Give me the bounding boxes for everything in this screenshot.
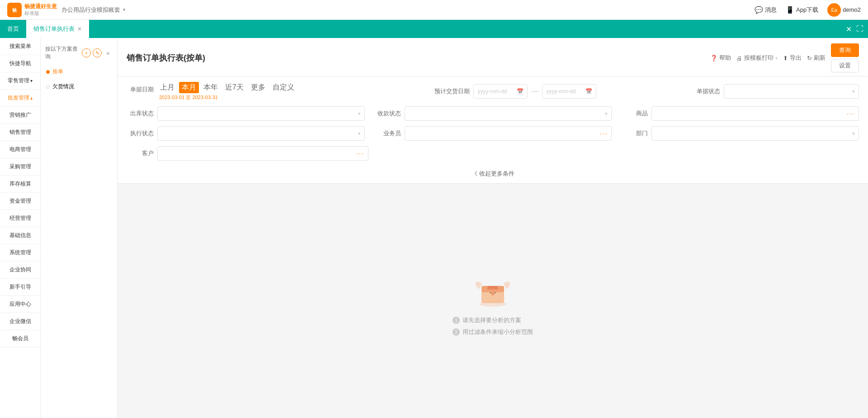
chevron-up-icon: ▴: [30, 95, 33, 100]
sidebar-item-app-center[interactable]: 应用中心: [0, 296, 40, 313]
forecast-date-label: 预计交货日期: [434, 87, 470, 95]
date-tab-this-year[interactable]: 本年: [201, 82, 221, 93]
exec-status-select[interactable]: ▾: [157, 126, 365, 141]
customer-dots-icon: ···: [356, 150, 364, 157]
tab-home[interactable]: 首页: [0, 20, 26, 38]
left-panel-icons: + ✎ «: [82, 48, 113, 57]
refresh-button[interactable]: ↻ 刷新: [807, 54, 826, 62]
tab-expand-icon[interactable]: ⛶: [856, 25, 863, 33]
date-tab-more[interactable]: 更多: [248, 82, 268, 93]
customer-picker[interactable]: ···: [157, 146, 368, 161]
stock-status-select[interactable]: ▾: [157, 106, 365, 121]
query-button[interactable]: 查询: [831, 43, 859, 57]
main-layout: 搜索菜单 快捷导航 零售管理 ▾ 批发管理 ▴ 营销推广 销售管理 电商管理 采…: [0, 38, 868, 418]
help-button[interactable]: ❓ 帮助: [710, 54, 731, 62]
tab-close-all-icon[interactable]: ✕: [846, 25, 852, 33]
forecast-date-end-input[interactable]: yyyy-mm-dd 📅: [542, 84, 596, 99]
export-label: 导出: [790, 54, 802, 62]
tab-bar: 首页 销售订单执行表 ✕ ✕ ⛶: [0, 20, 868, 38]
sidebar-member-label: 畅会员: [12, 335, 28, 342]
message-button[interactable]: 💬 消息: [755, 6, 777, 14]
add-scheme-button[interactable]: +: [82, 48, 91, 57]
sidebar: 搜索菜单 快捷导航 零售管理 ▾ 批发管理 ▴ 营销推广 销售管理 电商管理 采…: [0, 38, 41, 418]
sidebar-item-quick-nav[interactable]: 快捷导航: [0, 55, 40, 72]
sidebar-item-purchase[interactable]: 采购管理: [0, 158, 40, 176]
sidebar-base-info-label: 基础信息: [9, 232, 31, 238]
sidebar-item-cooperation[interactable]: 企业协同: [0, 261, 40, 279]
date-tab-last-month[interactable]: 上月: [157, 82, 177, 93]
edit-scheme-button[interactable]: ✎: [93, 48, 102, 57]
print-button[interactable]: 🖨 按模板打印 ▾: [736, 54, 778, 62]
header-right: 💬 消息 📱 App下载 Ea demo2: [755, 3, 861, 17]
refresh-icon: ↻: [807, 55, 812, 62]
main-panel: 销售订单执行表(按单) ❓ 帮助 🖨 按模板打印 ▾ ⬆ 导出: [118, 38, 868, 418]
sidebar-item-sales[interactable]: 销售管理: [0, 124, 40, 141]
dept-chevron-icon: ▾: [852, 131, 855, 137]
sidebar-item-operations[interactable]: 经营管理: [0, 210, 40, 227]
sidebar-retail-label: 零售管理: [8, 77, 29, 85]
sidebar-sales-label: 销售管理: [9, 129, 31, 135]
collapse-filter-button[interactable]: 《 收起更多条件: [127, 166, 859, 178]
sidebar-item-finance[interactable]: 资金管理: [0, 193, 40, 210]
app-download-button[interactable]: 📱 App下载: [786, 6, 818, 14]
salesperson-picker[interactable]: ···: [405, 126, 612, 141]
empty-state: 1 请先选择要分析的方案 2 用过滤条件来缩小分析范围: [118, 184, 868, 418]
scheme-item-order[interactable]: 按单: [41, 64, 117, 79]
sidebar-item-wholesale[interactable]: 批发管理 ▴: [0, 90, 40, 107]
sidebar-system-label: 系统管理: [9, 249, 31, 256]
calendar-start-icon: 📅: [517, 88, 524, 95]
sidebar-item-system[interactable]: 系统管理: [0, 244, 40, 261]
logo-text-line1: 畅捷通好生意: [24, 3, 57, 10]
export-button[interactable]: ⬆ 导出: [783, 54, 802, 62]
date-tab-7days[interactable]: 近7天: [222, 82, 246, 93]
date-tab-custom[interactable]: 自定义: [270, 82, 297, 93]
empty-illustration: [470, 266, 515, 311]
sidebar-item-search[interactable]: 搜索菜单: [0, 38, 40, 55]
sidebar-item-guide[interactable]: 新手引导: [0, 279, 40, 296]
sidebar-item-retail[interactable]: 零售管理 ▾: [0, 72, 40, 90]
user-menu[interactable]: Ea demo2: [827, 3, 861, 17]
date-range-display: 2023-03-01 至 2023-03-31: [157, 94, 297, 101]
scheme-item-shortage[interactable]: 欠货情况: [41, 79, 117, 94]
svg-point-7: [490, 292, 491, 294]
payment-status-label: 收款状态: [374, 109, 401, 118]
page-title: 销售订单执行表(按单): [127, 52, 205, 63]
filter-row-2: 出库状态 ▾ 收款状态 ▾ 商品: [127, 106, 859, 121]
sidebar-inventory-label: 库存核算: [9, 180, 31, 187]
sidebar-item-ecommerce[interactable]: 电商管理: [0, 141, 40, 158]
print-label: 按模板打印: [744, 54, 774, 62]
status-select[interactable]: ▾: [724, 84, 859, 99]
exec-status-label: 执行状态: [127, 129, 154, 138]
payment-status-select[interactable]: ▾: [405, 106, 612, 121]
tab-sales-order[interactable]: 销售订单执行表 ✕: [26, 20, 89, 38]
filter-product: 商品 ···: [621, 106, 859, 121]
forecast-date-start-input[interactable]: yyyy-mm-dd 📅: [473, 84, 528, 99]
collapse-up-icon: 《: [472, 170, 477, 178]
setting-button[interactable]: 设置: [831, 59, 859, 72]
collapse-label: 收起更多条件: [479, 170, 514, 178]
filter-exec-status: 执行状态 ▾: [127, 126, 365, 141]
tab-close-icon[interactable]: ✕: [77, 26, 82, 32]
dept-select[interactable]: ▾: [651, 126, 859, 141]
sidebar-item-member[interactable]: 畅会员: [0, 330, 40, 347]
sidebar-item-wechat[interactable]: 企业微信: [0, 313, 40, 330]
sidebar-item-inventory[interactable]: 库存核算: [0, 176, 40, 193]
left-panel-title: 按以下方案查询: [45, 45, 82, 61]
tip-num-1: 1: [453, 317, 460, 324]
breadcrumb[interactable]: 办公用品行业模拟账套 ▾: [61, 6, 126, 14]
sidebar-item-marketing[interactable]: 营销推广: [0, 107, 40, 124]
sidebar-quick-nav-label: 快捷导航: [9, 60, 31, 66]
sidebar-item-base-info[interactable]: 基础信息: [0, 227, 40, 244]
user-name: demo2: [843, 6, 861, 13]
stock-status-label: 出库状态: [127, 109, 154, 118]
collapse-panel-button[interactable]: «: [104, 48, 113, 57]
date-tab-this-month[interactable]: 本月: [179, 82, 199, 93]
filter-row-1: 单据日期 上月 本月 本年 近7天 更多 自定义 2023-03-01 至 20…: [127, 82, 859, 101]
date-separator: —: [531, 87, 538, 95]
product-picker[interactable]: ···: [651, 106, 859, 121]
svg-text:畅: 畅: [12, 8, 17, 13]
filter-payment-status: 收款状态 ▾: [374, 106, 612, 121]
logo-text-line2: 标准版: [24, 10, 57, 16]
inner-layout: 按以下方案查询 + ✎ « 按单 欠货情况 销售订单执行表(按单): [41, 38, 868, 418]
forecast-end-placeholder: yyyy-mm-dd: [546, 88, 576, 95]
